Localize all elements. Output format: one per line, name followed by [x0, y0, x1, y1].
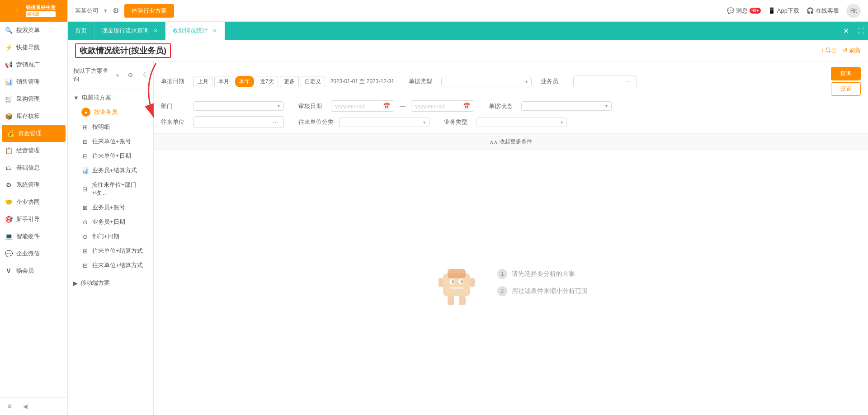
date-btn-custom[interactable]: 自定义 [301, 76, 325, 87]
sidebar-item-label: 企业微信 [16, 250, 40, 258]
step-2-number: 2 [497, 286, 507, 296]
refresh-button[interactable]: ↺ 刷新 [843, 47, 861, 55]
dept-filter-label: 部门 [161, 102, 188, 110]
unit-payment1-icon: ⊞ [81, 247, 89, 255]
sidebar-settings-btn[interactable]: ⚙ [4, 401, 16, 411]
calendar-icon-2[interactable]: 📅 [463, 103, 470, 109]
sidebar-item-system[interactable]: ⚙ 系统管理 [0, 176, 67, 193]
app-icon: 📱 [768, 7, 775, 14]
detail-icon: ⊞ [81, 123, 89, 131]
export-icon: ↑ [821, 47, 825, 54]
sidebar-item-inventory[interactable]: 📦 库存核算 [0, 108, 67, 125]
plan-item-unit-payment2[interactable]: ⊟ 往来单位+结算方式 [68, 258, 153, 273]
guide-icon: 🎯 [5, 215, 13, 223]
audit-date-from[interactable]: yyyy-mm-dd 📅 [331, 100, 394, 112]
plan-item-by-salesperson[interactable]: ● 按业务员 [68, 104, 153, 120]
plan-item-salesperson-payment[interactable]: 📊 业务员+结算方式 [68, 163, 153, 178]
message-button[interactable]: 💬 消息 99+ [727, 7, 761, 15]
date-btn-this-month[interactable]: 本月 [214, 76, 233, 87]
collapse-panel-button[interactable]: 《 [138, 70, 148, 80]
message-icon: 💬 [727, 7, 734, 14]
online-service-button[interactable]: 🎧 在线客服 [807, 7, 839, 15]
plan-item-unit-dept-collect[interactable]: ⊟ 按往来单位+部门+收... [68, 178, 153, 200]
app-download-button[interactable]: 📱 App下载 [768, 7, 799, 15]
collapse-more-conditions-button[interactable]: ∧∧ 收起更多条件 [154, 134, 868, 150]
filter-settings-button[interactable]: 设置 [831, 82, 861, 96]
group-arrow-icon: ▼ [73, 94, 79, 101]
plan-item-salesperson-account[interactable]: ⊠ 业务员+账号 [68, 200, 153, 215]
date-btn-this-year[interactable]: 本年 [235, 76, 254, 87]
tab-receipt[interactable]: 收款情况统计 ✕ [165, 22, 225, 40]
sidebar-item-quicknav[interactable]: ⚡ 快捷导航 [0, 39, 67, 56]
date-range-dash: — [400, 103, 406, 109]
plan-item-salesperson-date[interactable]: ⊙ 业务员+日期 [68, 215, 153, 229]
sidebar-item-hardware[interactable]: 💻 智能硬件 [0, 228, 67, 245]
content-area: 按以下方案查询 + ⚙ 《 ▼ 电脑端方案 ● 按业务员 ⊞ [68, 61, 868, 415]
sidebar-item-finance[interactable]: 💰 资金管理 [2, 125, 66, 142]
date-btn-last-month[interactable]: 上月 [193, 76, 212, 87]
sidebar-item-guide[interactable]: 🎯 新手引导 [0, 211, 67, 228]
empty-illustration [434, 255, 479, 310]
tab-receipt-close-icon[interactable]: ✕ [212, 28, 217, 34]
plan-settings-button[interactable]: ⚙ [125, 70, 135, 80]
svg-point-4 [452, 280, 454, 283]
mobile-group-header[interactable]: ▶ 移动端方案 [68, 276, 153, 290]
tab-bank[interactable]: 现金银行流水查询 ✕ [94, 22, 165, 40]
partner-more-icon[interactable]: ··· [271, 118, 280, 126]
sidebar-collapse-btn[interactable]: ◀| [19, 401, 32, 411]
date-options-group: 上月 本月 本年 近7天 更多 自定义 [193, 76, 325, 87]
dept-chevron-icon: ▾ [278, 104, 280, 108]
maximize-button[interactable]: ⛶ [854, 27, 868, 34]
topbar-user: 某某公司 [75, 7, 99, 15]
unit-payment2-icon: ⊟ [81, 262, 89, 269]
doc-status-label: 单据状态 [489, 102, 516, 110]
sidebar-item-search[interactable]: 🔍 搜索菜单 [0, 22, 67, 39]
query-button[interactable]: 查询 [831, 67, 861, 80]
date-btn-7days[interactable]: 近7天 [256, 76, 278, 87]
tabbar: 首页 现金银行流水查询 ✕ 收款情况统计 ✕ ✕ ⛶ [68, 22, 868, 40]
tab-bank-label: 现金银行流水查询 [102, 27, 149, 35]
desktop-group-header[interactable]: ▼ 电脑端方案 [68, 91, 153, 104]
plan-item-by-detail[interactable]: ⊞ 按明细 [68, 120, 153, 134]
sidebar-item-member[interactable]: V 畅会员 [0, 262, 67, 279]
sidebar-item-basic[interactable]: 🗂 基础信息 [0, 159, 67, 176]
plan-item-unit-payment1[interactable]: ⊞ 往来单位+结算方式 [68, 244, 153, 258]
search-icon: 🔍 [5, 26, 13, 34]
salesperson-select[interactable]: ··· [573, 75, 637, 87]
doc-status-select[interactable]: ▾ [521, 101, 612, 111]
topbar-settings-icon[interactable]: ⚙ [113, 6, 119, 15]
add-plan-button[interactable]: + [113, 70, 123, 80]
partner-select[interactable]: ··· [193, 116, 284, 128]
dept-select[interactable]: ▾ [193, 101, 284, 111]
plan-item-unit-account[interactable]: ⊟ 往来单位+账号 [68, 134, 153, 149]
sidebar-item-label: 销售管理 [16, 78, 40, 86]
salesperson-more-icon[interactable]: ··· [623, 78, 632, 85]
topbar: 某某公司 ▾ ⚙ 体验行业方案 💬 消息 99+ 📱 App下载 🎧 在线客服 … [68, 0, 868, 22]
salesperson-date-icon: ⊙ [81, 218, 89, 226]
sidebar-item-enterprise[interactable]: 🤝 企业协同 [0, 193, 67, 211]
desktop-plan-group: ▼ 电脑端方案 ● 按业务员 ⊞ 按明细 ⊟ 往来单位+账号 ⊟ 往来单位 [68, 89, 153, 274]
plan-item-unit-date[interactable]: ⊟ 往来单位+日期 [68, 149, 153, 163]
plan-item-dept-date[interactable]: ⊙ 部门+日期 [68, 229, 153, 244]
audit-date-to[interactable]: yyyy-mm-dd 📅 [411, 100, 474, 112]
date-btn-more[interactable]: 更多 [280, 76, 299, 87]
tab-bank-close-icon[interactable]: ✕ [153, 28, 158, 34]
sidebar-item-operations[interactable]: 📋 经营管理 [0, 142, 67, 159]
doc-type-select[interactable]: ▾ [441, 77, 532, 86]
user-avatar[interactable]: Rit [846, 4, 861, 18]
biz-type-select[interactable]: ▾ [476, 118, 567, 127]
sidebar-item-marketing[interactable]: 📢 营销推广 [0, 56, 67, 73]
sidebar-item-purchase[interactable]: 🛒 采购管理 [0, 90, 67, 108]
export-button[interactable]: ↑ 导出 [821, 47, 838, 55]
trial-button[interactable]: 体验行业方案 [124, 4, 174, 18]
audit-to-placeholder: yyyy-mm-dd [415, 103, 461, 109]
tab-home[interactable]: 首页 [68, 22, 94, 40]
action-button-group: 查询 设置 [831, 67, 861, 96]
sidebar-item-wechat[interactable]: 💬 企业微信 [0, 245, 67, 262]
sidebar-item-sales[interactable]: 📊 销售管理 [0, 73, 67, 90]
chevron-down-icon[interactable]: ▾ [104, 7, 107, 14]
partner-category-select[interactable]: ▾ [339, 118, 429, 127]
close-all-tabs-button[interactable]: ✕ [838, 27, 854, 35]
biz-type-label: 业务类型 [444, 118, 471, 126]
calendar-icon[interactable]: 📅 [383, 103, 390, 109]
